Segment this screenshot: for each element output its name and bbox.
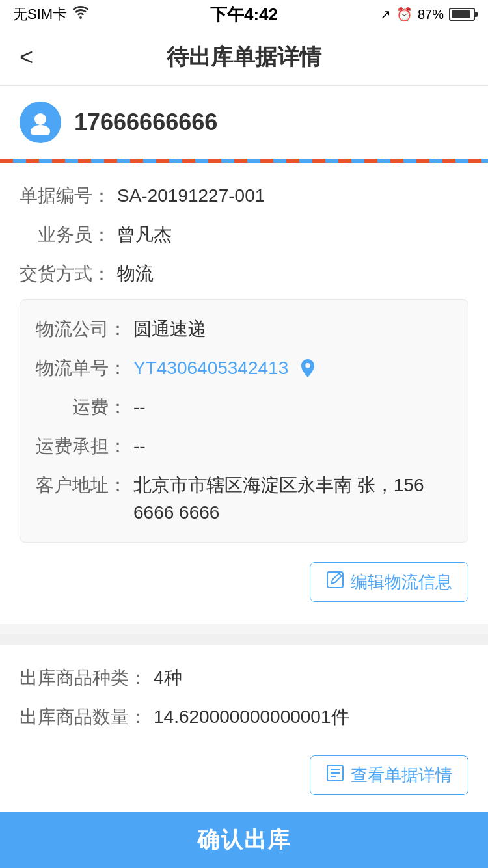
- user-phone: 17666666666: [74, 109, 217, 136]
- tracking-number: YT4306405342413: [133, 355, 288, 382]
- doc-number-label: 单据编号：: [20, 182, 111, 210]
- edit-btn-container: 编辑物流信息: [20, 556, 468, 604]
- edit-icon: [326, 571, 344, 593]
- freight-label: 运费：: [36, 394, 127, 421]
- confirm-btn-container: 确认出库: [0, 812, 488, 868]
- map-location-icon[interactable]: [296, 357, 319, 380]
- freight-bearer-row: 运费承担： --: [36, 433, 452, 460]
- svg-point-0: [34, 113, 46, 125]
- view-btn-container: 查看单据详情: [20, 742, 468, 798]
- status-left: 无SIM卡: [13, 5, 89, 24]
- delivery-method-value: 物流: [117, 260, 468, 288]
- logistics-company-value: 圆通速递: [133, 316, 452, 343]
- salesman-label: 业务员：: [20, 221, 111, 249]
- delivery-method-row: 交货方式： 物流: [20, 260, 468, 288]
- doc-number-row: 单据编号： SA-20191227-001: [20, 182, 468, 210]
- freight-row: 运费： --: [36, 394, 452, 421]
- doc-number-value: SA-20191227-001: [117, 182, 468, 210]
- address-label: 客户地址：: [36, 472, 127, 499]
- freight-bearer-value: --: [133, 433, 452, 460]
- user-header: 17666666666: [0, 86, 488, 159]
- carrier-label: 无SIM卡: [13, 5, 67, 24]
- freight-bearer-label: 运费承担：: [36, 433, 127, 460]
- item-quantity-row: 出库商品数量： 14.620000000000001件: [20, 703, 468, 731]
- list-icon: [326, 764, 344, 787]
- battery-percent: 87%: [418, 7, 444, 22]
- back-button[interactable]: <: [20, 44, 59, 71]
- page-title: 待出库单据详情: [59, 42, 429, 72]
- status-right: ↗ ⏰ 87%: [380, 7, 475, 22]
- item-quantity-label: 出库商品数量：: [20, 703, 147, 731]
- order-info-section: 单据编号： SA-20191227-001 业务员： 曾凡杰 交货方式： 物流 …: [0, 163, 488, 624]
- item-types-row: 出库商品种类： 4种: [20, 664, 468, 692]
- avatar: [20, 102, 61, 143]
- delivery-method-label: 交货方式：: [20, 260, 111, 288]
- logistics-company-label: 物流公司：: [36, 316, 127, 343]
- battery-icon: [449, 8, 475, 21]
- item-quantity-value: 14.620000000000001件: [154, 703, 468, 731]
- tracking-value: YT4306405342413: [133, 355, 452, 382]
- address-value: 北京市市辖区海淀区永丰南 张，156 6666 6666: [133, 472, 452, 526]
- address-row: 客户地址： 北京市市辖区海淀区永丰南 张，156 6666 6666: [36, 472, 452, 526]
- status-bar: 无SIM卡 下午4:42 ↗ ⏰ 87%: [0, 0, 488, 29]
- items-section: 出库商品种类： 4种 出库商品数量： 14.620000000000001件 查…: [0, 645, 488, 817]
- location-status-icon: ↗: [380, 7, 391, 22]
- item-types-value: 4种: [154, 664, 468, 692]
- freight-value: --: [133, 394, 452, 421]
- logistics-company-row: 物流公司： 圆通速递: [36, 316, 452, 343]
- logistics-card: 物流公司： 圆通速递 物流单号： YT4306405342413 运费： -- …: [20, 299, 468, 543]
- item-types-label: 出库商品种类：: [20, 664, 147, 692]
- svg-point-1: [31, 125, 50, 135]
- edit-logistics-label: 编辑物流信息: [351, 571, 452, 593]
- edit-logistics-button[interactable]: 编辑物流信息: [310, 562, 468, 602]
- nav-bar: < 待出库单据详情: [0, 29, 488, 86]
- alarm-icon: ⏰: [396, 7, 413, 22]
- time-display: 下午4:42: [210, 3, 278, 26]
- salesman-value: 曾凡杰: [117, 221, 468, 249]
- view-details-button[interactable]: 查看单据详情: [310, 755, 468, 795]
- view-details-label: 查看单据详情: [351, 764, 452, 787]
- confirm-outbound-button[interactable]: 确认出库: [197, 825, 291, 855]
- salesman-row: 业务员： 曾凡杰: [20, 221, 468, 249]
- section-separator: [0, 634, 488, 645]
- tracking-label: 物流单号：: [36, 355, 127, 382]
- tracking-row: 物流单号： YT4306405342413: [36, 355, 452, 382]
- wifi-icon: [72, 6, 89, 23]
